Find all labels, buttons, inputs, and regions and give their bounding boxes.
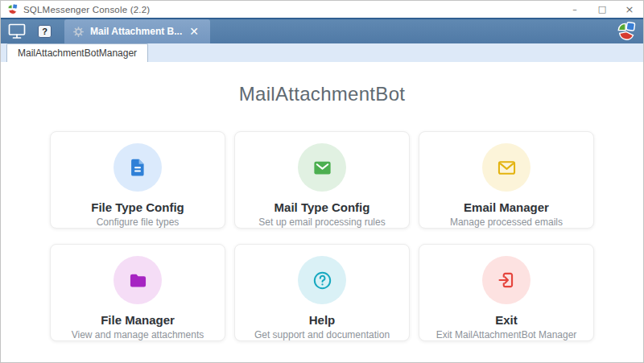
- icon-circle: [114, 143, 162, 192]
- help-button[interactable]: ?: [38, 25, 52, 38]
- card-file-type-config[interactable]: File Type Config Configure file types: [50, 131, 225, 229]
- tab-mailattachmentbotmanager[interactable]: MailAttachmentBotManager: [6, 43, 148, 62]
- help-circle-icon: [312, 270, 333, 291]
- card-mail-type-config[interactable]: Mail Type Config Set up email processing…: [234, 131, 410, 229]
- maximize-button[interactable]: □: [588, 1, 616, 18]
- icon-circle: [114, 256, 162, 304]
- card-exit[interactable]: Exit Exit MailAttachmentBot Manager: [419, 244, 594, 341]
- file-document-icon: [127, 157, 148, 178]
- monitor-icon: [7, 23, 27, 40]
- exit-icon: [496, 270, 517, 291]
- icon-circle: [482, 143, 530, 192]
- card-subtitle: View and manage attachments: [72, 329, 204, 340]
- card-help[interactable]: Help Get support and documentation: [234, 244, 410, 341]
- folder-icon: [127, 270, 149, 291]
- icon-circle: [298, 143, 346, 192]
- app-window: SQLMessenger Console (2.2) – □ × ?: [0, 0, 644, 363]
- mail-outline-icon: [496, 157, 518, 179]
- sqlmessenger-logo-icon: [616, 21, 637, 42]
- card-grid: File Type Config Configure file types Ma…: [1, 131, 643, 341]
- gear-icon: [72, 26, 85, 38]
- card-email-manager[interactable]: Email Manager Manage processed emails: [419, 131, 594, 229]
- card-title: Email Manager: [464, 200, 549, 214]
- card-subtitle: Configure file types: [97, 217, 180, 228]
- mail-solid-icon: [312, 157, 333, 179]
- card-subtitle: Exit MailAttachmentBot Manager: [436, 329, 577, 340]
- subtab-bar: MailAttachmentBotManager: [1, 43, 643, 63]
- card-file-manager[interactable]: File Manager View and manage attachments: [50, 244, 225, 341]
- document-tab-mail-attachment-bot[interactable]: Mail Attachment B... ✕: [64, 19, 210, 43]
- card-title: Exit: [495, 313, 518, 327]
- card-title: Mail Type Config: [275, 200, 370, 214]
- card-title: File Type Config: [91, 200, 184, 214]
- card-title: File Manager: [101, 313, 175, 327]
- card-title: Help: [309, 313, 336, 327]
- card-subtitle: Get support and documentation: [254, 329, 390, 340]
- icon-circle: [298, 256, 346, 304]
- card-subtitle: Set up email processing rules: [258, 217, 385, 228]
- app-logo-icon: [6, 3, 19, 15]
- titlebar: SQLMessenger Console (2.2) – □ ×: [1, 1, 643, 18]
- tab-close-icon[interactable]: ✕: [188, 24, 200, 39]
- close-window-button[interactable]: ×: [616, 1, 643, 18]
- window-title: SQLMessenger Console (2.2): [23, 5, 150, 14]
- icon-circle: [482, 256, 530, 304]
- console-button[interactable]: [1, 19, 33, 43]
- toolbar: ? Mail Attachment B... ✕: [1, 18, 643, 43]
- card-subtitle: Manage processed emails: [450, 217, 563, 228]
- minimize-button[interactable]: –: [561, 1, 588, 18]
- document-tab-label: Mail Attachment B...: [90, 26, 182, 37]
- main-content: MailAttachmentBot File Type Config Confi…: [1, 63, 643, 362]
- page-title: MailAttachmentBot: [1, 83, 643, 105]
